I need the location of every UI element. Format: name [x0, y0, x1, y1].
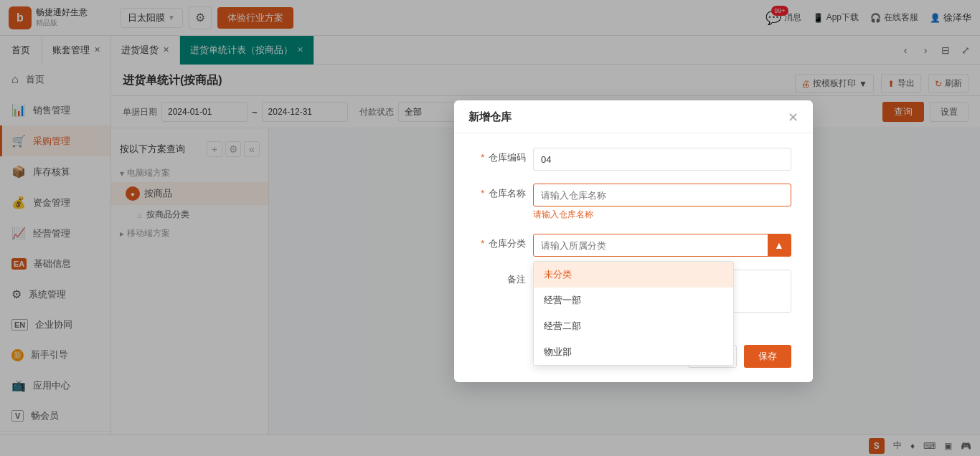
- category-label-text: 仓库分类: [489, 238, 526, 249]
- code-required-mark: *: [481, 152, 484, 163]
- form-row-code: * 仓库编码: [476, 148, 791, 171]
- name-label-text: 仓库名称: [489, 188, 526, 199]
- code-label-text: 仓库编码: [489, 152, 526, 163]
- name-label: * 仓库名称: [476, 184, 533, 200]
- modal-title: 新增仓库: [468, 110, 512, 124]
- name-input[interactable]: [533, 184, 791, 206]
- category-dropdown: 未分类 经营一部 经营二部 物业部: [533, 261, 734, 366]
- name-required-mark: *: [481, 188, 484, 199]
- modal-overlay[interactable]: 新增仓库 ✕ * 仓库编码 * 仓库名称: [0, 0, 980, 456]
- code-field: [533, 148, 791, 171]
- new-warehouse-modal: 新增仓库 ✕ * 仓库编码 * 仓库名称: [454, 100, 813, 382]
- category-field: ▲ 未分类 经营一部 经营二部 物业部: [533, 234, 791, 257]
- modal-close-button[interactable]: ✕: [788, 111, 798, 124]
- save-button[interactable]: 保存: [744, 345, 791, 368]
- name-error-message: 请输入仓库名称: [533, 209, 791, 221]
- name-field: 请输入仓库名称: [533, 184, 791, 221]
- category-input-wrap: ▲: [533, 234, 791, 257]
- code-label: * 仓库编码: [476, 148, 533, 164]
- dropdown-item-property[interactable]: 物业部: [534, 339, 733, 365]
- remark-label: 备注: [476, 270, 533, 286]
- dropdown-item-dept1[interactable]: 经营一部: [534, 288, 733, 313]
- category-label: * 仓库分类: [476, 234, 533, 250]
- category-input[interactable]: [534, 237, 768, 255]
- category-required-mark: *: [481, 238, 484, 249]
- code-input[interactable]: [533, 148, 791, 171]
- modal-header: 新增仓库 ✕: [454, 100, 813, 133]
- dropdown-item-uncategorized[interactable]: 未分类: [534, 262, 733, 288]
- remark-label-text: 备注: [507, 274, 526, 285]
- dropdown-item-dept2[interactable]: 经营二部: [534, 313, 733, 339]
- modal-body: * 仓库编码 * 仓库名称 请输入仓库名称: [454, 133, 813, 335]
- category-toggle-button[interactable]: ▲: [768, 234, 791, 257]
- form-row-name: * 仓库名称 请输入仓库名称: [476, 184, 791, 221]
- form-row-category: * 仓库分类 ▲ 未分类 经营一部 经营二部 物业部: [476, 234, 791, 257]
